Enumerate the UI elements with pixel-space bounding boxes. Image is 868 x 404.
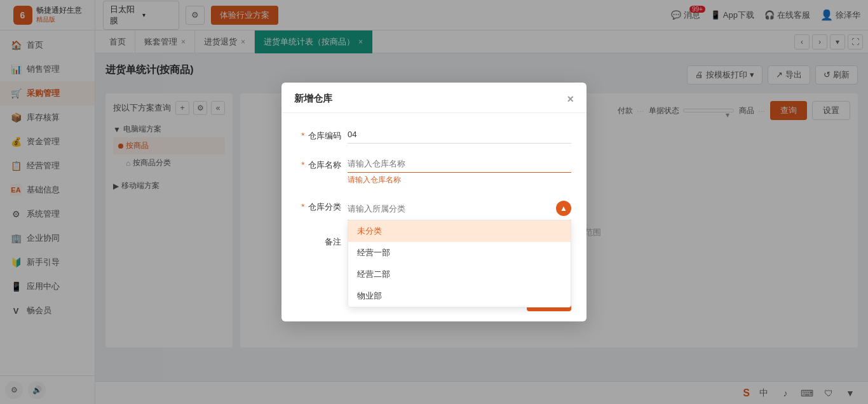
category-dropdown-popup: 未分类 经营一部 经营二部 物业部 [348,220,571,307]
form-row-category: * 仓库分类 ▲ 未分类 经营一部 [297,197,571,220]
required-star: * [301,131,304,140]
new-warehouse-dialog: 新增仓库 × * 仓库编码 * 仓库名称 [281,83,587,321]
code-field [348,126,571,144]
category-input[interactable] [348,204,556,213]
category-dropdown[interactable]: ▲ [348,197,571,220]
category-field: ▲ 未分类 经营一部 经营二部 物业 [348,197,571,220]
form-row-name: * 仓库名称 请输入仓库名称 [297,155,571,185]
dropdown-option-property[interactable]: 物业部 [348,285,571,307]
required-star: * [301,160,304,170]
dialog-title: 新增仓库 [294,93,332,105]
name-field: 请输入仓库名称 [348,155,571,185]
dialog-body: * 仓库编码 * 仓库名称 请输入仓库名称 [281,113,587,283]
code-input[interactable] [348,126,571,144]
category-dropdown-arrow[interactable]: ▲ [556,201,571,216]
category-label: * 仓库分类 [297,197,341,213]
form-row-code: * 仓库编码 [297,126,571,144]
required-star: * [301,202,304,212]
name-input[interactable] [348,155,571,173]
name-label: * 仓库名称 [297,155,341,171]
dropdown-option-ops1[interactable]: 经营一部 [348,242,571,264]
dropdown-option-ops2[interactable]: 经营二部 [348,264,571,285]
name-error-msg: 请输入仓库名称 [348,175,571,185]
dialog-overlay: 新增仓库 × * 仓库编码 * 仓库名称 [0,0,868,404]
dropdown-option-uncategorized[interactable]: 未分类 [348,220,571,242]
dialog-close-btn[interactable]: × [567,93,574,105]
remark-label: 备注 [297,232,341,248]
chevron-up-icon: ▲ [560,204,567,213]
code-label: * 仓库编码 [297,126,341,142]
dialog-header: 新增仓库 × [281,83,587,113]
